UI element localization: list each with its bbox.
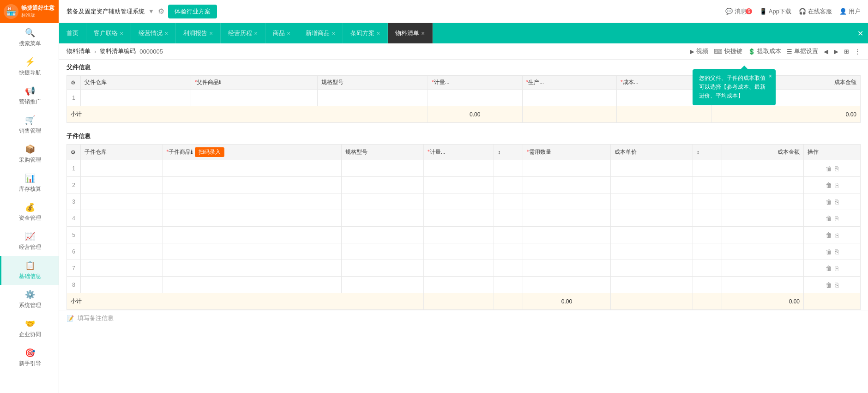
child-th-sort2[interactable]: ↕	[693, 145, 722, 160]
child-cell-sort2-6[interactable]	[693, 243, 722, 260]
parent-cell-produce-1[interactable]	[522, 90, 617, 106]
tab-home[interactable]: 首页	[59, 23, 86, 43]
child-cell-sort1-8[interactable]	[494, 277, 523, 293]
child-cell-product-1[interactable]	[163, 160, 342, 177]
child-cell-qty-1[interactable]	[523, 160, 610, 177]
child-cell-product-3[interactable]	[163, 193, 342, 210]
copy-icon[interactable]: ⎘	[835, 165, 838, 172]
child-cell-product-2[interactable]	[163, 177, 342, 193]
child-cell-unit-cost-6[interactable]	[611, 243, 693, 260]
tab-bom[interactable]: 物料清单 ✕	[388, 23, 433, 43]
child-th-setting[interactable]: ⚙	[67, 145, 81, 160]
copy-icon[interactable]: ⎘	[835, 265, 838, 272]
sidebar-item-purchase[interactable]: 📦 采购管理	[0, 139, 59, 169]
child-cell-unit-cost-8[interactable]	[611, 277, 693, 293]
sidebar-item-basic[interactable]: 📋 基础信息	[0, 256, 59, 285]
child-cell-qty-7[interactable]	[523, 260, 610, 277]
sidebar-item-marketing[interactable]: 📢 营销推广	[0, 81, 59, 110]
child-cell-spec-5[interactable]	[342, 227, 424, 243]
copy-icon[interactable]: ⎘	[835, 231, 838, 239]
sidebar-item-ops[interactable]: 📈 经营管理	[0, 227, 59, 256]
child-cell-warehouse-5[interactable]	[81, 227, 163, 243]
tab-goods[interactable]: 商品 ✕	[265, 23, 298, 43]
breadcrumb-bom-list[interactable]: 物料清单	[66, 47, 90, 55]
sidebar-item-guide[interactable]: 🎯 新手引导	[0, 343, 59, 372]
child-cell-spec-3[interactable]	[342, 193, 424, 210]
next-btn[interactable]: ▶	[834, 48, 838, 55]
scan-btn[interactable]: 扫码录入	[195, 147, 224, 157]
child-cell-qty-6[interactable]	[523, 243, 610, 260]
settings-icon[interactable]: ⚙	[158, 7, 164, 16]
tab-profit-close[interactable]: ✕	[209, 31, 213, 36]
user-btn[interactable]: 👤 用户	[839, 7, 861, 16]
child-cell-warehouse-8[interactable]	[81, 277, 163, 293]
delete-icon[interactable]: 🗑	[826, 231, 832, 239]
child-cell-unit-6[interactable]	[423, 243, 494, 260]
child-cell-sort1-1[interactable]	[494, 160, 523, 177]
message-btn[interactable]: 💬 消息 6	[725, 7, 752, 16]
child-cell-spec-7[interactable]	[342, 260, 424, 277]
delete-icon[interactable]: 🗑	[826, 215, 832, 222]
delete-icon[interactable]: 🗑	[826, 198, 832, 206]
child-cell-unit-2[interactable]	[423, 177, 494, 193]
tooltip-close-btn[interactable]: ×	[769, 72, 772, 81]
child-cell-spec-4[interactable]	[342, 210, 424, 227]
tab-ops-close[interactable]: ✕	[164, 31, 168, 36]
child-cell-unit-4[interactable]	[423, 210, 494, 227]
child-cell-spec-8[interactable]	[342, 277, 424, 293]
child-cell-unit-3[interactable]	[423, 193, 494, 210]
copy-icon[interactable]: ⎘	[835, 215, 838, 222]
shortcut-btn[interactable]: ⌨ 快捷键	[714, 47, 742, 55]
child-cell-sort1-5[interactable]	[494, 227, 523, 243]
child-cell-unit-cost-3[interactable]	[611, 193, 693, 210]
more-btn[interactable]: ⋮	[855, 48, 861, 55]
child-cell-product-8[interactable]	[163, 277, 342, 293]
tab-barcode-close[interactable]: ✕	[376, 31, 380, 36]
expand-btn[interactable]: ⊞	[844, 48, 849, 55]
child-cell-unit-7[interactable]	[423, 260, 494, 277]
online-service-btn[interactable]: 🎧 在线客服	[799, 7, 832, 16]
child-cell-sort1-6[interactable]	[494, 243, 523, 260]
child-cell-unit-cost-5[interactable]	[611, 227, 693, 243]
setting-btn[interactable]: ☰ 单据设置	[787, 47, 818, 55]
tab-customer-close[interactable]: ✕	[120, 31, 123, 36]
app-download-btn[interactable]: 📱 App下载	[760, 7, 791, 16]
parent-cell-warehouse-1[interactable]	[81, 90, 191, 106]
delete-icon[interactable]: 🗑	[826, 181, 832, 189]
child-cell-unit-cost-2[interactable]	[611, 177, 693, 193]
parent-th-setting[interactable]: ⚙	[67, 76, 81, 90]
trial-btn[interactable]: 体验行业方案	[168, 5, 217, 18]
child-cell-sort1-2[interactable]	[494, 177, 523, 193]
child-cell-qty-4[interactable]	[523, 210, 610, 227]
child-cell-qty-8[interactable]	[523, 277, 610, 293]
dropdown-arrow-icon[interactable]: ▼	[148, 8, 154, 15]
tab-add-goods-close[interactable]: ✕	[332, 31, 335, 36]
sidebar-item-system[interactable]: ⚙️ 系统管理	[0, 285, 59, 314]
tab-history-close[interactable]: ✕	[254, 31, 258, 36]
tab-goods-close[interactable]: ✕	[287, 31, 290, 36]
copy-icon[interactable]: ⎘	[835, 248, 838, 255]
parent-cell-product-1[interactable]	[191, 90, 317, 106]
parent-cell-spec-1[interactable]	[318, 90, 428, 106]
delete-icon[interactable]: 🗑	[826, 265, 832, 272]
copy-icon[interactable]: ⎘	[835, 181, 838, 189]
child-cell-product-5[interactable]	[163, 227, 342, 243]
child-cell-qty-2[interactable]	[523, 177, 610, 193]
child-cell-sort2-7[interactable]	[693, 260, 722, 277]
sidebar-item-finance[interactable]: 💰 资金管理	[0, 198, 59, 227]
sidebar-item-quick-nav[interactable]: ⚡ 快捷导航	[0, 52, 59, 81]
child-cell-unit-1[interactable]	[423, 160, 494, 177]
child-th-sort1[interactable]: ↕	[494, 145, 523, 160]
child-cell-unit-cost-7[interactable]	[611, 260, 693, 277]
child-cell-qty-5[interactable]	[523, 227, 610, 243]
child-cell-warehouse-7[interactable]	[81, 260, 163, 277]
child-cell-sort1-7[interactable]	[494, 260, 523, 277]
view-btn[interactable]: ▶ 视频	[690, 47, 708, 55]
copy-icon[interactable]: ⎘	[835, 198, 838, 206]
delete-icon[interactable]: 🗑	[826, 248, 832, 255]
child-cell-warehouse-3[interactable]	[81, 193, 163, 210]
close-all-tabs-btn[interactable]: ✕	[853, 29, 868, 38]
child-cell-sort2-4[interactable]	[693, 210, 722, 227]
child-cell-sort2-2[interactable]	[693, 177, 722, 193]
delete-icon[interactable]: 🗑	[826, 165, 832, 172]
